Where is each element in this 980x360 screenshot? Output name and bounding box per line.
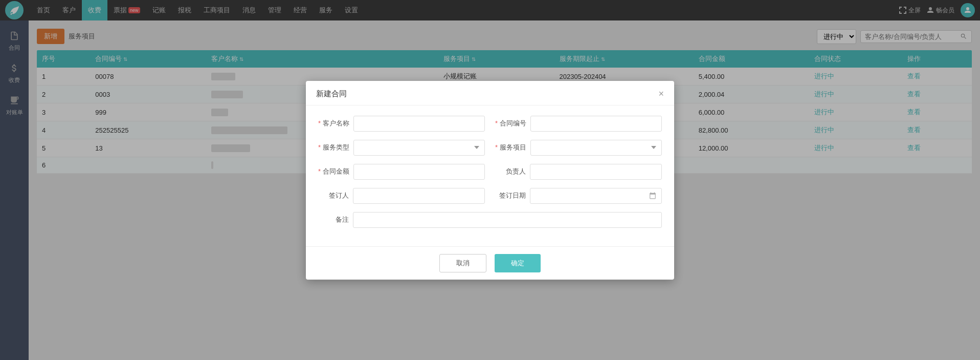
modal-footer: 取消 确定 [306, 246, 674, 280]
service-type-select[interactable] [353, 140, 485, 156]
amount-label: 合同金额 [318, 167, 349, 176]
form-group-client-name: 客户名称 [318, 116, 485, 132]
calendar-icon [649, 192, 656, 199]
form-group-sign-date: 签订日期 2023-06-06 [495, 188, 662, 204]
form-row-1: 客户名称 合同编号 [318, 116, 662, 132]
service-item-form-label: 服务项目 [495, 143, 526, 152]
cancel-button[interactable]: 取消 [439, 254, 486, 272]
service-type-label: 服务类型 [318, 143, 349, 152]
form-row-2: 服务类型 服务项目 [318, 140, 662, 156]
form-group-signer: 签订人 [318, 188, 485, 204]
contract-no-input[interactable] [530, 116, 662, 132]
signer-input[interactable] [353, 188, 485, 204]
modal-title: 新建合同 [316, 89, 347, 99]
form-row-3: 合同金额 0.00 负责人 [318, 164, 662, 180]
form-group-service-type: 服务类型 [318, 140, 485, 156]
form-group-amount: 合同金额 0.00 [318, 164, 485, 180]
form-group-responsible: 负责人 [495, 164, 662, 180]
contract-amount-input[interactable]: 0.00 [353, 164, 485, 180]
modal-overlay: 新建合同 × 客户名称 合同编号 服务类型 [0, 0, 980, 360]
sign-date-label: 签订日期 [495, 191, 526, 200]
responsible-label: 负责人 [495, 167, 526, 176]
remark-label: 备注 [318, 215, 349, 224]
modal-close-button[interactable]: × [658, 89, 664, 98]
form-row-5: 备注 [318, 212, 662, 228]
modal-body: 客户名称 合同编号 服务类型 服务项目 [306, 105, 674, 246]
form-row-4: 签订人 签订日期 2023-06-06 [318, 188, 662, 204]
new-contract-modal: 新建合同 × 客户名称 合同编号 服务类型 [306, 81, 674, 280]
contract-no-label: 合同编号 [495, 119, 526, 128]
modal-header: 新建合同 × [306, 81, 674, 105]
client-name-label: 客户名称 [318, 119, 349, 128]
service-item-select[interactable] [530, 140, 662, 156]
client-name-input[interactable] [353, 116, 485, 132]
form-group-remark: 备注 [318, 212, 662, 228]
sign-date-input[interactable]: 2023-06-06 [536, 192, 645, 200]
form-group-contract-no: 合同编号 [495, 116, 662, 132]
form-group-service-item: 服务项目 [495, 140, 662, 156]
confirm-button[interactable]: 确定 [495, 254, 541, 272]
signer-label: 签订人 [318, 191, 349, 200]
remark-input[interactable] [353, 212, 662, 228]
responsible-input[interactable] [530, 164, 662, 180]
